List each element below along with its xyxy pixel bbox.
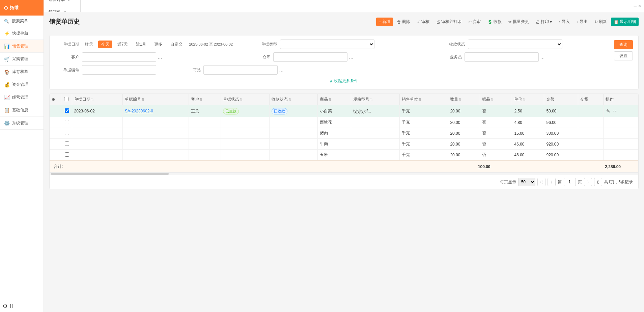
last-page-btn[interactable]: ⟩⟩	[594, 178, 602, 186]
warehouse-more-icon[interactable]: …	[349, 54, 354, 60]
app-name: 拓维	[10, 5, 19, 11]
next-page-btn[interactable]: ⟩	[584, 178, 592, 186]
audit-print-button[interactable]: 🖨 审核并打印	[433, 18, 464, 26]
goods-input[interactable]	[203, 65, 278, 75]
date-range-bar: 昨天 今天 近7天 近1月 更多 自定义 2023-06-02 至 2023-0…	[82, 41, 233, 48]
th-transaction: 交货	[578, 94, 603, 105]
close-all-icon[interactable]: ✕	[638, 4, 641, 8]
date-btn-7days[interactable]: 近7天	[114, 41, 131, 48]
page-input[interactable]	[564, 178, 576, 186]
select-all-checkbox[interactable]	[64, 97, 68, 101]
sidebar-item-finance[interactable]: 💰资金管理	[0, 78, 44, 91]
sidebar-item-inventory[interactable]: 🏠库存核算	[0, 66, 44, 78]
row-checkbox[interactable]	[65, 108, 69, 113]
cell-payment-status	[269, 128, 318, 139]
status-select[interactable]	[468, 40, 562, 49]
th-order-no[interactable]: 单据编号⇅	[122, 94, 189, 105]
table-body: 2023-06-02 SA-20230602-0 王总 已生效 已收款 小白菜 …	[50, 105, 638, 160]
row-checkbox[interactable]	[65, 141, 69, 146]
import-button[interactable]: ↑ 导入	[556, 18, 572, 26]
th-date[interactable]: 单据日期⇅	[72, 94, 122, 105]
row-checkbox[interactable]	[65, 131, 69, 135]
sidebar-item-basic-info[interactable]: 📋基础信息	[0, 104, 44, 117]
row-checkbox[interactable]	[65, 120, 69, 124]
date-btn-more[interactable]: 更多	[151, 41, 165, 48]
th-action: 操作	[603, 94, 638, 105]
date-btn-1month[interactable]: 近1月	[133, 41, 149, 48]
order-no-label: 单据编号	[55, 67, 82, 73]
audit-button[interactable]: ✓ 审核	[414, 18, 432, 26]
search-menu[interactable]: 🔍 搜索菜单	[0, 16, 44, 27]
settings-icon[interactable]: ⚙	[3, 303, 7, 309]
salesperson-more-icon[interactable]: …	[540, 54, 545, 60]
order-no-input[interactable]	[82, 65, 156, 75]
cell-customer	[189, 117, 221, 128]
date-btn-custom[interactable]: 自定义	[167, 41, 186, 48]
cell-order-status	[221, 117, 270, 128]
batch-change-button[interactable]: ✏ 批量变更	[506, 18, 532, 26]
sidebar-label-inventory: 库存核算	[12, 69, 28, 75]
cell-order-no	[122, 117, 189, 128]
show-detail-button[interactable]: 📋 显示明细	[611, 18, 639, 26]
th-spec[interactable]: 规格型号⇅	[351, 94, 400, 105]
export-button[interactable]: ↓ 导出	[574, 18, 590, 26]
th-gear[interactable]: ⚙	[50, 94, 62, 105]
sidebar-item-operations[interactable]: 📈经营管理	[0, 91, 44, 104]
th-customer[interactable]: 客户⇅	[189, 94, 221, 105]
more-action-icon[interactable]: ⋯	[612, 108, 618, 114]
th-price[interactable]: 单价⇅	[512, 94, 544, 105]
tab-close-sales-order[interactable]: ✕	[67, 0, 72, 2]
print-button[interactable]: 🖨 打印 ▾	[533, 18, 555, 26]
receive-button[interactable]: 💲 收款	[485, 18, 504, 26]
customer-more-icon[interactable]: …	[158, 54, 162, 60]
prev-page-btn[interactable]: ⟨	[548, 178, 556, 186]
abandon-button[interactable]: ↩ 弃审	[466, 18, 483, 26]
date-btn-yesterday[interactable]: 昨天	[82, 41, 96, 48]
cell-gear	[50, 128, 62, 139]
footer-values: 100.00 2,286.00	[81, 164, 634, 169]
salesperson-input[interactable]	[465, 52, 539, 62]
th-gift[interactable]: 赠品⇅	[480, 94, 512, 105]
sidebar-item-sales-mgmt[interactable]: 📊销售管理	[0, 40, 44, 53]
collapse-icon[interactable]: ⏸	[9, 303, 14, 309]
sidebar-item-system-mgmt[interactable]: ⚙️系统管理	[0, 117, 44, 130]
refresh-button[interactable]: ↻ 刷新	[592, 18, 610, 26]
total-qty: 100.00	[465, 164, 503, 169]
goods-more-icon[interactable]: …	[279, 67, 284, 73]
first-page-btn[interactable]: ⟨⟨	[537, 178, 545, 186]
cell-spec	[351, 139, 400, 150]
th-order-status[interactable]: 单据状态⇅	[221, 94, 270, 105]
cell-qty: 20.00	[448, 150, 480, 160]
th-qty[interactable]: 数量⇅	[448, 94, 480, 105]
type-select[interactable]	[280, 40, 374, 49]
sidebar-item-quick-nav[interactable]: ⚡快捷导航	[0, 27, 44, 40]
sidebar-item-purchase-mgmt[interactable]: 🛒采购管理	[0, 53, 44, 66]
query-button[interactable]: 查询	[614, 40, 633, 49]
th-goods[interactable]: 商品⇅	[318, 94, 351, 105]
new-button[interactable]: + 新增	[376, 18, 393, 26]
th-unit[interactable]: 销售单位⇅	[399, 94, 448, 105]
search-menu-label: 搜索菜单	[12, 18, 28, 24]
delete-button[interactable]: 🗑 删除	[394, 18, 413, 26]
cell-customer	[189, 150, 221, 160]
settings-button[interactable]: 设置	[614, 51, 633, 60]
sidebar-bottom: ⚙ ⏸	[0, 300, 44, 312]
goods-label: 商品	[176, 67, 203, 73]
order-no-link[interactable]: SA-20230602-0	[125, 109, 153, 113]
tab-sales-order[interactable]: 销售订单✕	[44, 0, 81, 6]
edit-icon[interactable]: ✎	[606, 108, 611, 114]
per-page-select[interactable]: 50 20 100 200	[518, 178, 535, 186]
collapse-button[interactable]: ∧ 收起更多条件	[327, 77, 361, 85]
delete-icon: 🗑	[397, 20, 401, 24]
th-payment-status[interactable]: 收款状态⇅	[269, 94, 318, 105]
row-checkbox[interactable]	[65, 152, 69, 157]
cell-transaction	[578, 128, 603, 139]
date-btn-today[interactable]: 今天	[98, 41, 112, 48]
sidebar-label-basic-info: 基础信息	[12, 107, 28, 113]
cell-gear	[50, 139, 62, 150]
logo-icon: ⬡	[4, 5, 8, 10]
minimize-icon[interactable]: ─	[634, 4, 637, 8]
cell-checkbox	[62, 139, 72, 150]
customer-input[interactable]	[82, 52, 156, 62]
warehouse-input[interactable]	[273, 52, 347, 62]
